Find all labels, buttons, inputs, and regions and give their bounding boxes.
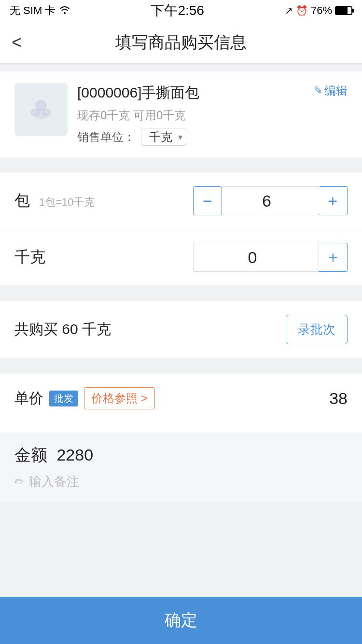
price-label: 单价	[14, 389, 43, 408]
quantity-input-bao[interactable]	[222, 186, 319, 215]
product-card: [0000006]手撕面包 现存0千克 可用0千克 销售单位： 千克 包 ✎ 编…	[0, 71, 362, 157]
quantity-row-kg: 千克 +	[0, 229, 362, 286]
status-right: ↗ ⏰ 76%	[285, 4, 352, 17]
product-thumbnail	[14, 83, 68, 136]
status-bar: 无 SIM 卡 下午2:56 ↗ ⏰ 76%	[0, 0, 362, 21]
product-unit-row: 销售单位： 千克 包	[77, 128, 348, 146]
summary-section: 共购买 60 千克 录批次	[0, 301, 362, 358]
quantity-hint-bao: 1包=10千克	[39, 196, 95, 208]
amount-label: 金额	[14, 446, 47, 464]
quantity-label-bao: 包 1包=10千克	[14, 190, 193, 211]
svg-point-3	[34, 112, 48, 119]
quantity-row-bao: 包 1包=10千克 − +	[0, 173, 362, 229]
price-left: 单价 批发 价格参照 >	[14, 387, 155, 409]
price-ref-button[interactable]: 价格参照 >	[84, 387, 155, 409]
price-value: 38	[329, 389, 348, 408]
edit-label: 编辑	[324, 83, 348, 98]
carrier-label: 无 SIM 卡	[10, 3, 56, 18]
time-label: 下午2:56	[151, 1, 204, 20]
remark-placeholder: 输入备注	[29, 473, 79, 490]
status-left: 无 SIM 卡	[10, 3, 70, 18]
amount-section: 金额 2280 ✏ 输入备注	[0, 433, 362, 502]
price-row: 单价 批发 价格参照 > 38	[14, 387, 348, 409]
back-button[interactable]: <	[12, 32, 22, 53]
alarm-icon: ⏰	[296, 5, 308, 16]
unit-label: 销售单位：	[77, 129, 135, 145]
amount-value: 2280	[56, 446, 93, 464]
nav-bar: < 填写商品购买信息	[0, 21, 362, 64]
location-icon: ↗	[285, 5, 293, 16]
quantity-control-bao: − +	[193, 186, 348, 215]
quantity-minus-bao[interactable]: −	[193, 186, 222, 215]
unit-select[interactable]: 千克 包	[141, 128, 186, 146]
quantity-plus-bao[interactable]: +	[319, 186, 348, 215]
edit-button[interactable]: ✎ 编辑	[314, 83, 348, 98]
price-section: 单价 批发 价格参照 > 38	[0, 374, 362, 433]
divider-2	[0, 286, 362, 294]
divider-3	[0, 358, 362, 366]
quantity-plus-kg[interactable]: +	[319, 243, 348, 272]
summary-text: 共购买 60 千克	[14, 320, 111, 339]
product-info: [0000006]手撕面包 现存0千克 可用0千克 销售单位： 千克 包	[77, 83, 348, 146]
wifi-icon	[59, 4, 70, 17]
quantity-label-kg: 千克	[14, 247, 193, 268]
unit-selector-wrapper[interactable]: 千克 包	[141, 128, 186, 146]
quantity-control-kg: +	[193, 243, 348, 272]
battery-percent: 76%	[311, 4, 332, 17]
batch-button[interactable]: 录批次	[286, 315, 348, 344]
product-stock: 现存0千克 可用0千克	[77, 108, 348, 123]
pencil-icon: ✏	[14, 475, 24, 489]
product-name: [0000006]手撕面包	[77, 83, 348, 103]
edit-icon: ✎	[314, 84, 322, 97]
page-title: 填写商品购买信息	[115, 31, 247, 54]
confirm-bar[interactable]: 确定	[0, 597, 362, 644]
amount-row: 金额 2280	[14, 444, 348, 466]
quantity-input-kg[interactable]	[193, 243, 319, 272]
quantity-section: 包 1包=10千克 − + 千克 +	[0, 173, 362, 286]
confirm-button[interactable]: 确定	[165, 609, 197, 631]
divider-1	[0, 157, 362, 165]
battery-icon	[335, 6, 352, 15]
price-tag: 批发	[49, 391, 78, 406]
remark-row[interactable]: ✏ 输入备注	[14, 473, 348, 490]
